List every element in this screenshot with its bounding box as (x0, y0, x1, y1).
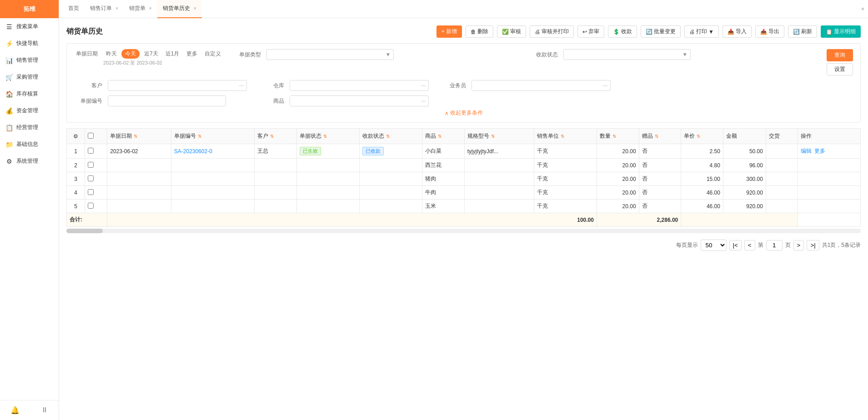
sidebar-item-sales-mgmt[interactable]: 📊 销售管理 (0, 52, 59, 69)
col-doc-no[interactable]: 单据编号 ⇅ (171, 129, 255, 144)
setting-button[interactable]: 设置 (827, 63, 853, 75)
row-checkbox[interactable] (85, 186, 107, 200)
row-checkbox[interactable] (85, 200, 107, 213)
close-all-button[interactable]: × (861, 6, 864, 12)
warehouse-input[interactable] (290, 80, 418, 90)
doc-no-input[interactable] (108, 95, 226, 106)
select-all-checkbox[interactable] (88, 133, 94, 139)
sidebar-item-purchase-mgmt[interactable]: 🛒 采购管理 (0, 69, 59, 85)
action-link-编辑[interactable]: 编辑 (801, 148, 812, 154)
first-page-button[interactable]: |< (729, 240, 742, 250)
warehouse-picker[interactable]: ··· (418, 80, 428, 90)
col-customer[interactable]: 客户 ⇅ (255, 129, 297, 144)
payment-status-dropdown[interactable]: ▼ (679, 51, 690, 58)
audit-button[interactable]: ✅ 审核 (497, 25, 526, 38)
collapse-button[interactable]: ∧ 收起更多条件 (74, 109, 853, 117)
goods-picker[interactable]: ··· (418, 96, 428, 106)
row-unit-price: 2.50 (681, 144, 723, 159)
sidebar-item-system-mgmt[interactable]: ⚙ 系统管理 (0, 153, 59, 170)
export-button[interactable]: 📤 导出 (755, 25, 784, 38)
col-settings[interactable]: ⚙ (67, 129, 85, 144)
col-doc-date[interactable]: 单据日期 ⇅ (107, 129, 171, 144)
batch-change-button[interactable]: 🔄 批量变更 (641, 25, 681, 38)
horizontal-scrollbar[interactable] (66, 229, 861, 233)
customer-label: 客户 (74, 82, 106, 90)
row-doc-no (171, 186, 255, 200)
pause-icon[interactable]: ⏸ (41, 406, 48, 415)
next-page-button[interactable]: > (793, 240, 804, 250)
row-checkbox[interactable] (85, 144, 107, 159)
row-checkbox[interactable] (85, 172, 107, 186)
filter-1month[interactable]: 近1月 (163, 49, 182, 59)
notification-icon[interactable]: 🔔 (10, 406, 20, 415)
row-select-checkbox[interactable] (88, 203, 94, 209)
tab-sales-order[interactable]: 销售订单 × (85, 0, 124, 18)
doc-no-link[interactable]: SA-20230602-0 (174, 148, 212, 155)
sidebar-item-finance-mgmt[interactable]: 💰 资金管理 (0, 102, 59, 119)
refresh-button[interactable]: 🔃 刷新 (788, 25, 817, 38)
doc-type-dropdown[interactable]: ▼ (382, 51, 393, 58)
prev-page-button[interactable]: < (744, 240, 755, 250)
status-badge: 已收款 (362, 147, 384, 155)
salesperson-picker[interactable]: ··· (600, 80, 610, 90)
tab-home[interactable]: 首页 (63, 0, 85, 18)
row-select-checkbox[interactable] (88, 148, 94, 154)
query-button[interactable]: 查询 (827, 49, 853, 61)
sidebar-item-label: 采购管理 (16, 73, 38, 81)
row-select-checkbox[interactable] (88, 189, 94, 195)
tab-sales-goods-close[interactable]: × (149, 6, 152, 11)
unit-price-sort-icon: ⇅ (697, 134, 700, 139)
show-details-button[interactable]: 📋 显示明细 (821, 25, 861, 38)
filter-yesterday[interactable]: 昨天 (103, 49, 120, 59)
filter-7days[interactable]: 近7天 (141, 49, 161, 59)
action-link-更多[interactable]: 更多 (814, 148, 825, 154)
filter-more[interactable]: 更多 (184, 49, 200, 59)
row-select-checkbox[interactable] (88, 175, 94, 181)
sidebar-item-base-info[interactable]: 📁 基础信息 (0, 136, 59, 153)
abandon-button[interactable]: ↩ 弃审 (577, 25, 604, 38)
filter-custom[interactable]: 自定义 (202, 49, 224, 59)
doc-type-input[interactable] (267, 50, 382, 60)
row-select-checkbox[interactable] (88, 162, 94, 168)
row-actions[interactable]: 编辑更多 (798, 144, 860, 159)
sidebar-item-label: 基础信息 (16, 140, 38, 148)
sidebar-item-search-menu[interactable]: ☰ 搜索菜单 (0, 18, 59, 35)
unit-sort-icon: ⇅ (561, 134, 564, 139)
tab-sales-goods[interactable]: 销货单 × (124, 0, 157, 18)
col-checkbox[interactable] (85, 129, 107, 144)
payment-status-input[interactable] (564, 50, 679, 60)
footer-label: 合计: (67, 213, 107, 227)
settings-icon[interactable]: ⚙ (73, 133, 78, 140)
tab-sales-order-close[interactable]: × (115, 6, 118, 11)
print-button[interactable]: 🖨 打印 ▼ (684, 25, 719, 38)
new-button[interactable]: + 新增 (437, 25, 462, 38)
sidebar-item-quick-nav[interactable]: ⚡ 快捷导航 (0, 35, 59, 52)
sidebar-item-inventory[interactable]: 🏠 库存核算 (0, 85, 59, 102)
salesperson-input[interactable] (472, 80, 600, 90)
per-page-select[interactable]: 50 10 20 100 (701, 240, 727, 251)
delete-button[interactable]: 🗑 删除 (466, 25, 493, 38)
last-page-button[interactable]: >| (807, 240, 819, 250)
row-unit: 千克 (534, 159, 597, 172)
tab-sales-history-close[interactable]: × (194, 6, 196, 11)
col-spec[interactable]: 规格型号 ⇅ (464, 129, 534, 144)
tab-sales-history[interactable]: 销货单历史 × (157, 0, 202, 18)
col-qty[interactable]: 数量 ⇅ (597, 129, 639, 144)
page-number-input[interactable] (766, 240, 783, 250)
audit-print-button[interactable]: 🖨 审核并打印 (530, 25, 574, 38)
goods-input[interactable] (290, 96, 418, 106)
filter-today[interactable]: 今天 (121, 49, 140, 59)
goods-sort-icon: ⇅ (438, 134, 442, 139)
col-payment-status[interactable]: 收款状态 ⇅ (360, 129, 422, 144)
import-button[interactable]: 📥 导入 (722, 25, 752, 38)
col-unit-price[interactable]: 单价 ⇅ (681, 129, 723, 144)
col-gift[interactable]: 赠品 ⇅ (639, 129, 681, 144)
sidebar-item-operations[interactable]: 📋 经营管理 (0, 119, 59, 136)
col-goods[interactable]: 商品 ⇅ (422, 129, 465, 144)
col-unit[interactable]: 销售单位 ⇅ (534, 129, 597, 144)
customer-picker[interactable]: ··· (236, 80, 246, 90)
collect-button[interactable]: 💲 收款 (608, 25, 637, 38)
col-doc-status[interactable]: 单据状态 ⇅ (297, 129, 360, 144)
row-checkbox[interactable] (85, 159, 107, 172)
customer-input[interactable] (108, 80, 236, 90)
